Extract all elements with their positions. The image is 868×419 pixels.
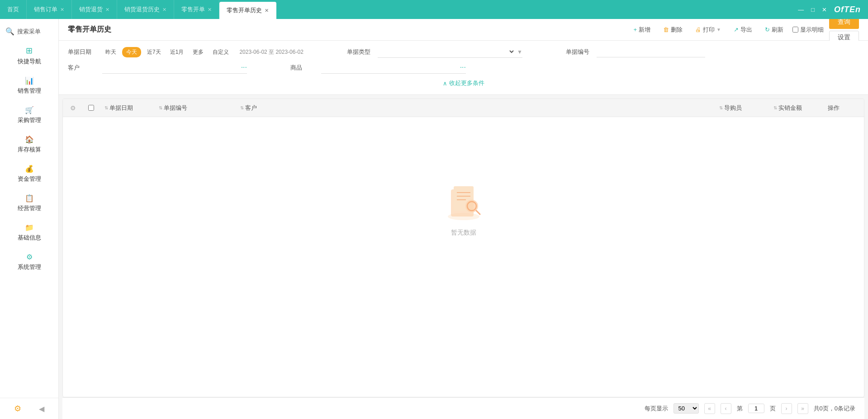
next-page-btn[interactable]: ›	[781, 403, 792, 414]
sidebar-item-sales-mgmt-label: 销售管理	[18, 87, 41, 95]
delete-button[interactable]: 🗑 删除	[659, 24, 686, 36]
tab-retail-open[interactable]: 零售开单 ✕	[174, 0, 219, 19]
inventory-icon: 🏠	[25, 135, 34, 144]
export-label: 导出	[740, 26, 752, 34]
today-btn[interactable]: 今天	[122, 47, 141, 57]
customer-input[interactable]	[102, 64, 239, 71]
page-suffix: 页	[770, 405, 776, 413]
order-no-input[interactable]	[597, 48, 705, 55]
sidebar-item-inventory[interactable]: 🏠 库存核算	[0, 130, 58, 159]
tab-sales-order[interactable]: 销售订单 ✕	[27, 0, 72, 19]
goods-input[interactable]	[321, 64, 458, 71]
th-no[interactable]: ⇅ 单据编号	[155, 104, 237, 112]
date-filter-buttons: 昨天 今天 近7天 近1月 更多 自定义	[102, 47, 232, 57]
delete-icon: 🗑	[663, 26, 669, 33]
sidebar-item-finance[interactable]: 💰 资金管理	[0, 159, 58, 188]
th-check[interactable]	[85, 105, 101, 111]
sidebar-item-purchase-mgmt-label: 采购管理	[18, 116, 41, 124]
tab-retail-open-close[interactable]: ✕	[208, 7, 212, 13]
sidebar-item-inventory-label: 库存核算	[18, 146, 41, 154]
th-customer[interactable]: ⇅ 客户	[237, 104, 716, 112]
customer-dots[interactable]: ···	[241, 63, 247, 71]
empty-state-icon	[441, 178, 486, 223]
sidebar-item-system[interactable]: ⚙ 系统管理	[0, 247, 58, 277]
refresh-button[interactable]: ↻ 刷新	[761, 24, 787, 36]
order-type-label: 单据类型	[347, 48, 374, 56]
sort-date-icon: ⇅	[104, 105, 108, 110]
th-amount[interactable]: ⇅ 实销金额	[770, 104, 824, 112]
page-label: 第	[737, 405, 743, 413]
more-btn[interactable]: 更多	[190, 47, 207, 57]
th-gear[interactable]: ⚙	[66, 104, 85, 112]
page-header: 零售开单历史 + 新增 🗑 删除 🖨 打印 ▼ ↗ 导出	[59, 19, 868, 41]
tab-sales-return-label: 销货退货	[79, 5, 103, 14]
tab-retail-open-history[interactable]: 零售开单历史 ✕	[219, 2, 276, 19]
display-detail-checkbox[interactable]	[792, 27, 798, 33]
prev-page-btn[interactable]: ‹	[721, 403, 731, 414]
sidebar-item-operation[interactable]: 📋 经营管理	[0, 188, 58, 218]
empty-state: 暂无数据	[63, 117, 864, 298]
sort-customer-icon: ⇅	[240, 105, 244, 110]
first-page-btn[interactable]: «	[704, 403, 715, 414]
order-type-select-container: ▼	[378, 46, 522, 58]
sidebar-search[interactable]: 🔍 搜索采单	[0, 23, 58, 40]
add-label: 新增	[639, 26, 650, 34]
th-date[interactable]: ⇅ 单据日期	[101, 104, 155, 112]
customer-filter-label: 客户	[68, 64, 95, 72]
total-text: 共0页，0条记录	[814, 405, 855, 413]
sidebar-settings-icon[interactable]: ⚙	[14, 404, 21, 414]
tab-bar-right: — □ ✕ OfTEn	[798, 5, 868, 14]
page-input[interactable]	[748, 404, 764, 413]
tab-sales-return[interactable]: 销货退货 ✕	[72, 0, 117, 19]
last-page-btn[interactable]: »	[797, 403, 808, 414]
base-info-icon: 📁	[25, 223, 34, 232]
window-close[interactable]: ✕	[822, 6, 827, 13]
sidebar-collapse-icon[interactable]: ◀	[39, 405, 44, 413]
tab-sales-return-history-close[interactable]: ✕	[162, 7, 166, 13]
print-button[interactable]: 🖨 打印 ▼	[692, 24, 725, 36]
sidebar-item-quick-nav[interactable]: ⊞ 快捷导航	[0, 40, 58, 71]
add-icon: +	[634, 26, 637, 33]
delete-label: 删除	[671, 26, 683, 34]
sidebar-item-base-info-label: 基础信息	[18, 234, 41, 242]
filter-row-2: 客户 ··· 商品 ···	[68, 61, 859, 74]
export-button[interactable]: ↗ 导出	[730, 24, 756, 36]
tab-sales-order-close[interactable]: ✕	[60, 7, 64, 13]
tab-retail-open-history-close[interactable]: ✕	[265, 8, 269, 14]
svg-line-8	[476, 211, 480, 214]
brand-logo: OfTEn	[834, 5, 861, 14]
display-detail-checkbox-label: 显示明细	[792, 26, 824, 34]
tab-retail-open-history-label: 零售开单历史	[227, 6, 262, 14]
print-label: 打印	[703, 26, 715, 34]
query-button[interactable]: 查询	[829, 19, 859, 29]
th-guide[interactable]: ⇅ 导购员	[716, 104, 770, 112]
tab-sales-return-history[interactable]: 销货退货历史 ✕	[117, 0, 174, 19]
sidebar-item-base-info[interactable]: 📁 基础信息	[0, 218, 58, 247]
tab-sales-return-close[interactable]: ✕	[105, 7, 109, 13]
sort-guide-icon: ⇅	[719, 105, 723, 110]
last7-btn[interactable]: 近7天	[144, 47, 164, 57]
add-button[interactable]: + 新增	[630, 24, 655, 36]
th-op-label: 操作	[828, 104, 840, 112]
th-amount-label: 实销金额	[778, 104, 802, 112]
operation-icon: 📋	[25, 194, 34, 202]
export-icon: ↗	[734, 26, 739, 33]
collapse-row[interactable]: ∧ 收起更多条件	[68, 77, 859, 89]
pagination-bar: 每页显示 50 100 200 « ‹ 第 页 › » 共0页，0条记录	[62, 397, 864, 419]
tab-retail-open-label: 零售开单	[181, 5, 205, 14]
order-type-select[interactable]	[378, 48, 515, 56]
custom-btn[interactable]: 自定义	[209, 47, 232, 57]
goods-input-container: ···	[321, 61, 466, 74]
window-minimize[interactable]: —	[798, 6, 804, 13]
select-all-checkbox[interactable]	[88, 105, 94, 111]
yesterday-btn[interactable]: 昨天	[102, 47, 119, 57]
tab-home[interactable]: 首页	[0, 0, 27, 19]
sidebar-item-sales-mgmt[interactable]: 📊 销售管理	[0, 71, 58, 100]
last-month-btn[interactable]: 近1月	[167, 47, 187, 57]
per-page-select[interactable]: 50 100 200	[674, 403, 699, 414]
order-no-input-container	[597, 47, 705, 57]
sidebar-item-purchase-mgmt[interactable]: 🛒 采购管理	[0, 100, 58, 130]
goods-dots[interactable]: ···	[460, 63, 466, 71]
window-maximize[interactable]: □	[811, 6, 815, 13]
th-customer-label: 客户	[245, 104, 257, 112]
